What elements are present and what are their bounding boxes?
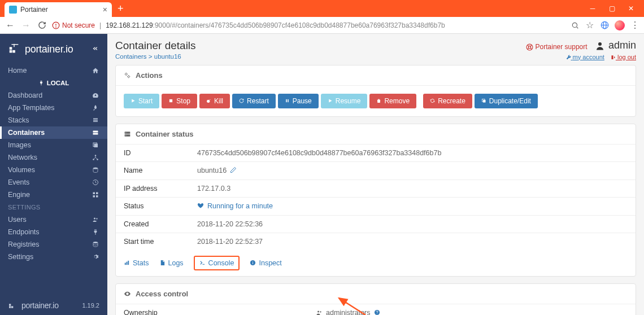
sidebar-item-endpoints[interactable]: Endpoints (0, 226, 107, 238)
restart-icon (239, 98, 244, 103)
svg-rect-31 (9, 306, 11, 308)
svg-line-37 (530, 48, 532, 49)
logs-link[interactable]: Logs (159, 259, 184, 267)
help-icon[interactable] (374, 309, 380, 315)
sitemap-icon (92, 154, 99, 161)
search-page-icon[interactable] (571, 21, 580, 30)
container-links: Stats Logs Console Inspect (116, 250, 636, 276)
sidebar-item-engine[interactable]: Engine (0, 189, 107, 201)
clone-icon (92, 141, 99, 149)
start-button[interactable]: Start (124, 94, 159, 108)
server-icon (124, 130, 131, 138)
status-row-ip: IP address172.17.0.3 (116, 180, 636, 198)
logout-icon (611, 55, 616, 60)
status-row-created: Created2018-11-20 22:52:36 (116, 216, 636, 233)
sidebar-item-containers[interactable]: Containers (0, 126, 107, 139)
svg-point-34 (526, 44, 533, 50)
sidebar-item-registries[interactable]: Registries (0, 238, 107, 251)
logo-text: portainer.io (25, 43, 73, 55)
svg-point-41 (125, 73, 127, 75)
svg-rect-9 (12, 50, 15, 53)
inspect-link[interactable]: Inspect (250, 259, 281, 267)
menu-icon[interactable]: ⋮ (630, 21, 639, 30)
security-indicator[interactable]: Not secure (52, 21, 95, 29)
profile-avatar[interactable] (615, 20, 625, 30)
actions-panel: Actions Start Stop Kill Restart Pause Re… (115, 65, 636, 117)
sidebar-item-settings[interactable]: Settings (0, 251, 107, 263)
sidebar-item-networks[interactable]: Networks (0, 151, 107, 164)
pause-button[interactable]: Pause (278, 94, 319, 108)
my-account-link[interactable]: my account (566, 54, 604, 60)
url-host: 192.168.21.129 (106, 21, 153, 29)
layers-icon (92, 116, 99, 124)
log-out-link[interactable]: log out (611, 54, 636, 60)
back-button[interactable]: ← (5, 20, 16, 31)
info-icon (250, 260, 256, 266)
sidebar-item-dashboard[interactable]: Dashboard (0, 89, 107, 102)
sidebar-item-stacks[interactable]: Stacks (0, 114, 107, 126)
ownership-row: Ownership administrators (116, 304, 636, 316)
svg-rect-16 (93, 131, 98, 133)
sidebar-toggle-icon[interactable] (92, 45, 99, 54)
user-icon (595, 41, 605, 51)
remove-button[interactable]: Remove (369, 94, 416, 108)
svg-point-60 (317, 310, 319, 312)
support-link[interactable]: Portainer support (526, 43, 588, 51)
svg-rect-33 (9, 304, 11, 305)
insecure-label: Not secure (62, 21, 95, 29)
status-header: Container status (116, 124, 636, 145)
user-menu[interactable]: admin (595, 40, 636, 51)
star-icon[interactable]: ☆ (585, 21, 594, 30)
annotation-arrow (334, 295, 368, 315)
sidebar-item-home[interactable]: Home (0, 64, 107, 77)
svg-point-51 (125, 132, 126, 133)
sidebar-item-app-templates[interactable]: App Templates (0, 102, 107, 114)
duplicate-button[interactable]: Duplicate/Edit (475, 94, 538, 108)
console-link[interactable]: Console (194, 256, 240, 270)
status-row-id: ID476735c4dd506b98907cf4e6108c9db0d48877… (116, 145, 636, 162)
status-row-status: StatusRunning for a minute (116, 198, 636, 216)
container-id-value: 476735c4dd506b98907cf4e6108c9db0d48877be… (197, 149, 628, 157)
sidebar-item-images[interactable]: Images (0, 139, 107, 151)
svg-rect-26 (93, 195, 95, 198)
lifebuoy-icon (526, 43, 533, 51)
breadcrumb-containers-link[interactable]: Containers (115, 53, 147, 60)
sidebar: portainer.io Home LOCAL Dashboard App Te… (0, 34, 107, 315)
close-tab-icon[interactable]: × (103, 5, 107, 14)
stop-button[interactable]: Stop (162, 94, 197, 108)
new-tab-button[interactable]: + (112, 3, 129, 15)
recreate-button[interactable]: Recreate (423, 94, 472, 108)
forward-button[interactable]: → (20, 20, 32, 31)
tachometer-icon (92, 91, 99, 99)
svg-point-63 (377, 314, 377, 314)
sidebar-logo[interactable]: portainer.io (0, 34, 107, 64)
edit-name-icon[interactable] (230, 167, 237, 175)
grid-icon (92, 191, 99, 199)
browser-tab-strip: Portainer × + ─ ▢ ✕ (0, 0, 644, 17)
svg-point-23 (93, 168, 98, 169)
page-title: Container details (115, 40, 196, 52)
browser-tab[interactable]: Portainer × (5, 2, 112, 17)
container-status-panel: Container status ID476735c4dd506b98907cf… (115, 124, 636, 277)
kill-button[interactable]: Kill (199, 94, 230, 108)
wrench-icon (566, 55, 571, 60)
main-content: Container details Containers > ubuntu16 … (107, 34, 644, 315)
sidebar-item-volumes[interactable]: Volumes (0, 164, 107, 176)
sidebar-item-users[interactable]: Users (0, 213, 107, 226)
globe-icon[interactable] (600, 21, 609, 30)
reload-button[interactable] (36, 20, 47, 31)
close-window-button[interactable]: ✕ (621, 2, 641, 15)
sidebar-item-events[interactable]: Events (0, 176, 107, 189)
svg-rect-8 (10, 50, 12, 53)
stats-link[interactable]: Stats (124, 259, 149, 267)
access-header: Access control (116, 284, 636, 304)
plug-icon (38, 80, 44, 86)
minimize-button[interactable]: ─ (583, 2, 602, 15)
url-path: :9000/#/containers/476735c4dd506b98907cf… (153, 21, 445, 29)
restart-button[interactable]: Restart (232, 94, 276, 108)
url-field[interactable]: 192.168.21.129:9000/#/containers/476735c… (106, 21, 566, 29)
maximize-button[interactable]: ▢ (602, 2, 621, 15)
resume-button[interactable]: Resume (321, 94, 368, 108)
svg-line-36 (527, 45, 528, 46)
gear-icon (92, 253, 99, 261)
